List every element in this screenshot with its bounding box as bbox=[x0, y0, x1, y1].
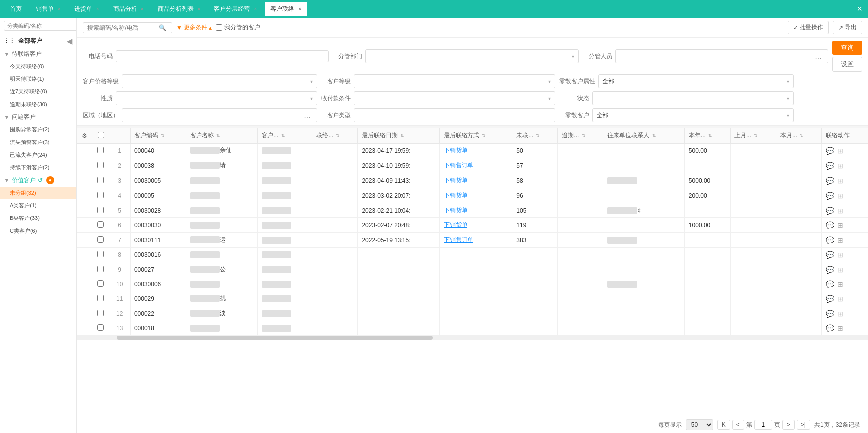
sidebar-item-churned[interactable]: 已流失客户(24) bbox=[0, 149, 76, 162]
action-chat-icon[interactable]: 💬 bbox=[826, 280, 834, 288]
sidebar-item-today-pending[interactable]: 今天待联络(0) bbox=[0, 60, 76, 73]
action-chat-icon[interactable]: 💬 bbox=[826, 310, 834, 318]
last-method-link[interactable]: 下销货单 bbox=[444, 177, 467, 184]
action-chat-icon[interactable]: 💬 bbox=[826, 295, 834, 303]
sidebar-collapse-button[interactable]: ◀ bbox=[67, 37, 72, 45]
th-unit-contact[interactable]: 往来单位联系人 ⇅ bbox=[603, 128, 685, 144]
action-grid-icon[interactable]: ⊞ bbox=[837, 221, 843, 229]
nav-tab-customer-contact-close[interactable]: × bbox=[298, 6, 301, 12]
td-checkbox[interactable] bbox=[93, 291, 109, 306]
action-grid-icon[interactable]: ⊞ bbox=[837, 207, 843, 215]
action-chat-icon[interactable]: 💬 bbox=[826, 221, 834, 229]
td-checkbox[interactable] bbox=[93, 306, 109, 321]
page-size-select[interactable]: 50 100 200 bbox=[686, 419, 713, 430]
dept-select[interactable] bbox=[365, 49, 578, 63]
th-customer-name[interactable]: 客户名称 ⇅ bbox=[186, 128, 257, 144]
action-grid-icon[interactable]: ⊞ bbox=[837, 295, 843, 303]
action-grid-icon[interactable]: ⊞ bbox=[837, 324, 843, 332]
manager-more-btn[interactable]: … bbox=[813, 52, 824, 60]
row-checkbox[interactable] bbox=[97, 207, 104, 213]
page-number-input[interactable] bbox=[754, 420, 772, 430]
payment-select[interactable] bbox=[354, 91, 555, 105]
th-last-contact-method[interactable]: 最后联络方式 ⇅ bbox=[440, 128, 512, 144]
app-close-button[interactable]: × bbox=[855, 4, 864, 14]
horizontal-scroll-thumb[interactable] bbox=[117, 336, 433, 340]
row-checkbox[interactable] bbox=[97, 310, 104, 316]
td-checkbox[interactable] bbox=[93, 248, 109, 262]
customer-type-select[interactable] bbox=[354, 108, 555, 122]
batch-ops-button[interactable]: ✓ 批量操作 bbox=[788, 21, 829, 34]
th-this-year[interactable]: 本年... ⇅ bbox=[684, 128, 730, 144]
sidebar-item-a-customers[interactable]: A类客户(1) bbox=[0, 199, 76, 212]
export-button[interactable]: ↗ 导出 bbox=[833, 21, 862, 34]
nav-tab-product-list-close[interactable]: × bbox=[198, 6, 200, 12]
last-method-link[interactable]: 下销货单 bbox=[444, 192, 467, 199]
retail-attr-select[interactable]: 全部 bbox=[598, 74, 794, 88]
row-checkbox[interactable] bbox=[97, 251, 104, 257]
th-last-contact-date[interactable]: 最后联络日期 ⇅ bbox=[358, 128, 440, 144]
action-chat-icon[interactable]: 💬 bbox=[826, 162, 834, 170]
filter-more-conditions[interactable]: ▼ 更多条件 ▴ bbox=[176, 23, 212, 32]
td-checkbox[interactable] bbox=[93, 277, 109, 291]
row-checkbox[interactable] bbox=[97, 266, 104, 272]
filter-search-icon[interactable]: 🔍 bbox=[159, 24, 166, 31]
filter-search-input[interactable] bbox=[87, 24, 157, 31]
manager-select[interactable]: … bbox=[615, 49, 828, 63]
horizontal-scroll-track[interactable] bbox=[77, 336, 868, 340]
sidebar-item-b-customers[interactable]: B类客户(33) bbox=[0, 212, 76, 225]
sidebar-item-declining[interactable]: 持续下滑客户(2) bbox=[0, 161, 76, 174]
next-page-button[interactable]: > bbox=[782, 420, 795, 430]
action-grid-icon[interactable]: ⊞ bbox=[837, 251, 843, 259]
row-checkbox[interactable] bbox=[97, 162, 104, 168]
region-more-btn[interactable]: … bbox=[302, 111, 313, 119]
nav-tab-customer-segment-close[interactable]: × bbox=[254, 6, 257, 12]
last-method-link[interactable]: 下销售订单 bbox=[444, 236, 473, 243]
action-grid-icon[interactable]: ⊞ bbox=[837, 236, 843, 244]
nav-tab-customer-segment[interactable]: 客户分层经营 × bbox=[208, 2, 263, 16]
th-this-month[interactable]: 本月... ⇅ bbox=[776, 128, 821, 144]
last-method-link[interactable]: 下销售订单 bbox=[444, 162, 473, 169]
nav-tab-product-analysis[interactable]: 商品分析 × bbox=[107, 2, 150, 16]
action-grid-icon[interactable]: ⊞ bbox=[837, 147, 843, 155]
region-select[interactable]: … bbox=[122, 108, 317, 122]
sidebar-item-c-customers[interactable]: C类客户(6) bbox=[0, 225, 76, 238]
nav-tab-product-list[interactable]: 商品分析列表 × bbox=[152, 2, 206, 16]
action-grid-icon[interactable]: ⊞ bbox=[837, 280, 843, 288]
th-checkbox[interactable] bbox=[93, 128, 109, 144]
last-method-link[interactable]: 下销货单 bbox=[444, 207, 467, 214]
price-level-select[interactable] bbox=[122, 74, 317, 88]
td-checkbox[interactable] bbox=[93, 188, 109, 203]
row-checkbox[interactable] bbox=[97, 147, 104, 153]
nav-tab-customer-contact[interactable]: 客户联络 × bbox=[265, 2, 307, 16]
action-chat-icon[interactable]: 💬 bbox=[826, 147, 834, 155]
phone-input[interactable] bbox=[116, 50, 329, 62]
nature-select[interactable] bbox=[116, 91, 317, 105]
last-method-link[interactable]: 下销货单 bbox=[444, 147, 467, 154]
th-last-month[interactable]: 上月... ⇅ bbox=[730, 128, 776, 144]
action-grid-icon[interactable]: ⊞ bbox=[837, 162, 843, 170]
action-chat-icon[interactable]: 💬 bbox=[826, 266, 834, 274]
action-chat-icon[interactable]: 💬 bbox=[826, 192, 834, 200]
td-checkbox[interactable] bbox=[93, 173, 109, 188]
nav-tab-purchase-close[interactable]: × bbox=[96, 6, 99, 12]
th-uncontacted[interactable]: 未联... ⇅ bbox=[512, 128, 558, 144]
action-chat-icon[interactable]: 💬 bbox=[826, 324, 834, 332]
sidebar-item-ungrouped[interactable]: 未分组(32) bbox=[0, 187, 76, 200]
td-checkbox[interactable] bbox=[93, 321, 109, 336]
status-select[interactable] bbox=[592, 91, 794, 105]
row-checkbox[interactable] bbox=[97, 236, 104, 243]
nav-tab-home[interactable]: 首页 bbox=[4, 2, 28, 16]
sidebar-item-7days-pending[interactable]: 近7天待联络(0) bbox=[0, 85, 76, 98]
th-contact[interactable]: 联络... ⇅ bbox=[312, 128, 358, 144]
my-customers-checkbox[interactable] bbox=[216, 24, 222, 31]
row-checkbox[interactable] bbox=[97, 295, 104, 301]
action-grid-icon[interactable]: ⊞ bbox=[837, 310, 843, 318]
row-checkbox[interactable] bbox=[97, 177, 104, 183]
td-checkbox[interactable] bbox=[93, 218, 109, 233]
nav-tab-sales[interactable]: 销售单 × bbox=[30, 2, 67, 16]
td-checkbox[interactable] bbox=[93, 203, 109, 218]
action-grid-icon[interactable]: ⊞ bbox=[837, 266, 843, 274]
nav-tab-purchase[interactable]: 进货单 × bbox=[68, 2, 105, 16]
sidebar-group-value[interactable]: ▼ 价值客户 ↺ ● bbox=[0, 174, 76, 187]
th-customer-code[interactable]: 客户编码 ⇅ bbox=[130, 128, 186, 144]
